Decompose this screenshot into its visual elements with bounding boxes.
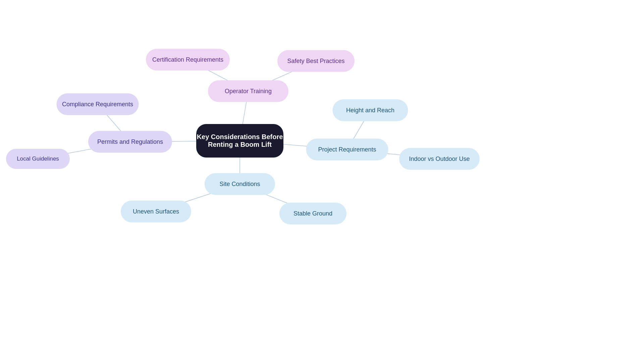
local-guidelines-label: Local Guidelines	[17, 156, 59, 162]
compliance-requirements-node[interactable]: Compliance Requirements	[57, 94, 139, 115]
indoor-outdoor-label: Indoor vs Outdoor Use	[409, 156, 470, 163]
certification-requirements-label: Certification Requirements	[152, 56, 223, 63]
operator-training-label: Operator Training	[225, 88, 272, 95]
project-requirements-label: Project Requirements	[318, 146, 376, 153]
safety-best-practices-node[interactable]: Safety Best Practices	[277, 50, 355, 72]
site-conditions-label: Site Conditions	[219, 181, 260, 188]
uneven-surfaces-label: Uneven Surfaces	[133, 208, 179, 215]
height-reach-label: Height and Reach	[346, 107, 394, 114]
center-node-label: Key Considerations Before Renting a Boom…	[197, 133, 283, 148]
permits-regulations-node[interactable]: Permits and Regulations	[88, 131, 172, 153]
local-guidelines-node[interactable]: Local Guidelines	[6, 149, 70, 169]
project-requirements-node[interactable]: Project Requirements	[306, 139, 388, 161]
uneven-surfaces-node[interactable]: Uneven Surfaces	[121, 201, 191, 223]
compliance-requirements-label: Compliance Requirements	[62, 101, 133, 108]
stable-ground-label: Stable Ground	[293, 210, 332, 217]
operator-training-node[interactable]: Operator Training	[208, 80, 288, 102]
permits-regulations-label: Permits and Regulations	[97, 138, 163, 145]
indoor-outdoor-node[interactable]: Indoor vs Outdoor Use	[399, 148, 480, 170]
center-node[interactable]: Key Considerations Before Renting a Boom…	[196, 124, 283, 158]
height-reach-node[interactable]: Height and Reach	[333, 100, 408, 121]
certification-requirements-node[interactable]: Certification Requirements	[146, 49, 230, 71]
safety-best-practices-label: Safety Best Practices	[287, 58, 344, 65]
site-conditions-node[interactable]: Site Conditions	[205, 173, 275, 195]
stable-ground-node[interactable]: Stable Ground	[279, 203, 346, 225]
